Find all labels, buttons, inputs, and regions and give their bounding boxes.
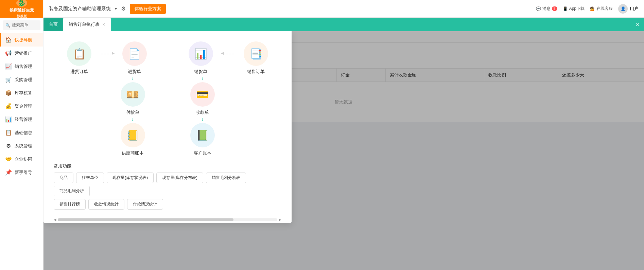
flow-item-customer-ledger[interactable]: 📗 客户账本 [180,123,225,156]
arrow-1: ▶ [101,54,112,62]
scroll-left-button[interactable]: ◀ [54,218,56,221]
tab-home[interactable]: 首页 [43,18,63,31]
app-sub: 标准版 [17,14,27,19]
sidebar-icon-3: 🛒 [5,76,12,83]
sales-order-label: 销售订单 [247,69,265,75]
sidebar-item-8[interactable]: ⚙系统管理 [0,139,43,152]
flow-item-purchase-order[interactable]: 📋 进货订单 [57,41,101,75]
tab-bar: 首页 销售订单执行表 ✕ ✕ [43,18,644,31]
scroll-right-button[interactable]: ▶ [279,218,281,221]
flow-item-supplier-ledger[interactable]: 📒 供应商账本 [111,123,155,156]
purchase-label: 进货单 [128,69,141,75]
main-area: 装备及固定资产辅助管理系统 ▾ ⚙ 体验行业方案 💬 消息 5 📱 App下载 … [43,0,644,270]
sidebar-label-5: 资金管理 [15,103,32,109]
payment-label: 付款单 [126,109,139,115]
flow-col-left: ↓ 💴 付款单 [111,75,155,115]
flow-item-sales[interactable]: 📊 销货单 [179,41,223,75]
message-button[interactable]: 💬 消息 5 [536,6,557,12]
flow-col-right-2: ↓ 📗 客户账本 [180,115,225,156]
sidebar-label-0: 快捷导航 [15,37,32,43]
popup-scrollbar: ◀ ▶ [43,216,292,223]
sidebar-item-0[interactable]: 🏠快捷导航 [0,33,43,47]
common-btn-3[interactable]: 现存量(库存分布表) [156,173,203,183]
sales-order-icon: 📑 [244,41,268,66]
tab-sales-order[interactable]: 销售订单执行表 ✕ [63,18,111,31]
down-arrow-2: ↓ [201,76,204,81]
sidebar-item-10[interactable]: 📌新手引导 [0,166,43,179]
message-badge: 5 [552,6,557,11]
tab-sales-label: 销售订单执行表 [69,21,100,28]
down-arrow-3: ↓ [132,117,134,122]
receipt-label: 收款单 [196,109,209,115]
common-btn-r2-0[interactable]: 销售排行榜 [54,199,86,210]
sidebar-item-5[interactable]: 💰资金管理 [0,100,43,113]
online-service-button[interactable]: 💁 在线客服 [590,6,613,12]
user-name: 用户 [630,6,639,12]
avatar: 👤 [618,4,628,14]
supplier-ledger-label: 供应商账本 [122,150,144,156]
tab-close-icon[interactable]: ✕ [102,22,105,27]
flow-row-2: ↓ 💴 付款单 ↓ 💳 收款单 [57,75,278,115]
common-btn-5[interactable]: 商品毛利分析 [54,186,90,196]
flow-item-purchase[interactable]: 📄 进货单 [112,41,157,75]
sales-label: 销货单 [194,69,207,75]
sidebar-label-4: 库存核算 [15,90,32,96]
common-section: 常用功能 商品往来单位现存量(库存状况表)现存量(库存分布表)销售毛利分析表商品… [43,163,292,216]
common-btn-1[interactable]: 往来单位 [76,173,104,183]
customer-ledger-label: 客户账本 [194,150,211,156]
system-dropdown-button[interactable]: ▾ [115,6,117,11]
common-btn-r2-2[interactable]: 付款情况统计 [127,199,163,210]
sidebar-label-6: 经营管理 [15,116,32,123]
common-btns-row2: 销售排行榜收款情况统计付款情况统计 [54,199,281,210]
sidebar-nav: 🏠快捷导航📢营销推广📈销售管理🛒采购管理📦库存核算💰资金管理📊经营管理📋基础信息… [0,33,43,179]
sidebar-item-1[interactable]: 📢营销推广 [0,47,43,60]
tab-bar-right: ✕ [636,21,644,28]
service-icon: 💁 [590,6,595,11]
sidebar-label-1: 营销推广 [15,50,32,56]
common-title: 常用功能 [54,163,281,169]
sidebar-icon-1: 📢 [5,50,12,56]
message-icon: 💬 [536,6,541,11]
common-btns-row1: 商品往来单位现存量(库存状况表)现存量(库存分布表)销售毛利分析表商品毛利分析 [54,173,281,196]
common-btn-4[interactable]: 销售毛利分析表 [206,173,246,183]
message-label: 消息 [542,6,551,12]
receipt-icon: 💳 [190,82,215,107]
sales-icon: 📊 [189,41,213,66]
tab-home-label: 首页 [49,21,58,28]
sidebar-label-3: 采购管理 [15,77,32,83]
settings-button[interactable]: ⚙ [121,5,126,12]
search-menu-button[interactable]: 🔍 搜索菜单 [3,20,40,30]
sidebar-item-2[interactable]: 📈销售管理 [0,60,43,73]
flow-col-left-2: ↓ 📒 供应商账本 [111,115,155,156]
flow-row-3: ↓ 📒 供应商账本 ↓ 📗 客户账本 [57,115,278,156]
download-icon: 📱 [563,6,568,11]
experience-button[interactable]: 体验行业方案 [130,4,166,14]
sidebar-item-4[interactable]: 📦库存核算 [0,86,43,100]
flow-item-receipt[interactable]: 💳 收款单 [180,82,225,115]
header-right: 💬 消息 5 📱 App下载 💁 在线客服 👤 用户 [536,4,639,14]
flow-item-payment[interactable]: 💴 付款单 [111,82,155,115]
popup-overlay[interactable]: 📋 进货订单 ▶ 📄 进货单 [43,31,644,270]
common-btn-0[interactable]: 商品 [54,173,73,183]
sidebar-icon-0: 🏠 [5,37,12,43]
arrow-2: ◀ [223,54,234,62]
user-area[interactable]: 👤 用户 [618,4,639,14]
sidebar-icon-9: 🤝 [5,156,12,162]
sidebar-label-2: 销售管理 [15,64,32,70]
sidebar-item-3[interactable]: 🛒采购管理 [0,73,43,86]
sidebar-item-6[interactable]: 📊经营管理 [0,113,43,126]
common-btn-2[interactable]: 现存量(库存状况表) [107,173,154,183]
purchase-order-icon: 📋 [67,41,91,66]
app-name: 畅康通好生意 [10,7,34,13]
purchase-icon: 📄 [122,41,147,66]
content-area: ❓ 帮助 🖨 按模板打印 ▾ ↗ 导出 ↺ 刷新 yyyy-mm-dd 📅 [43,31,644,270]
sidebar-item-7[interactable]: 📋基础信息 [0,126,43,139]
sidebar-item-9[interactable]: 🤝企业协同 [0,152,43,166]
flow-item-sales-order[interactable]: 📑 销售订单 [234,41,278,75]
close-all-button[interactable]: ✕ [636,21,640,28]
customer-ledger-icon: 📗 [190,123,215,147]
scrollbar-track[interactable] [58,218,277,221]
sidebar-icon-8: ⚙ [5,143,12,149]
app-download-button[interactable]: 📱 App下载 [563,6,585,12]
common-btn-r2-1[interactable]: 收款情况统计 [88,199,124,210]
